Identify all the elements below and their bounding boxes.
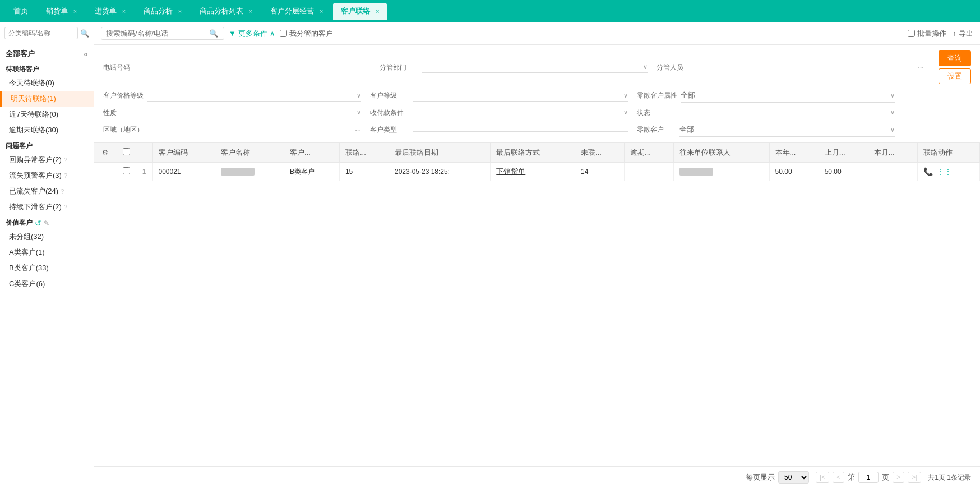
pending-group-label: 待联络客户 xyxy=(0,61,94,75)
my-customers-checkbox[interactable]: 我分管的客户 xyxy=(280,29,333,39)
query-button[interactable]: 查询 xyxy=(939,50,971,66)
customer-level-chevron-icon: ∨ xyxy=(623,92,628,99)
retail-attr-chevron-icon: ∨ xyxy=(890,92,895,99)
customer-value-chevron-icon: ∨ xyxy=(357,92,361,99)
retail-attr-select[interactable]: 全部 ∨ xyxy=(681,89,895,103)
close-product-list-icon[interactable]: × xyxy=(249,8,252,15)
status-label: 状态 xyxy=(637,108,676,118)
retail-customer-select[interactable]: 全部 ∨ xyxy=(679,123,895,137)
close-product-analysis-icon[interactable]: × xyxy=(178,8,182,15)
row-last-way[interactable]: 下销货单 xyxy=(491,163,575,181)
customer-value-select[interactable]: ∨ xyxy=(147,90,361,102)
filter-panel: 电话号码 分管部门 ∨ 分管人员 ··· xyxy=(94,45,980,143)
current-page-input[interactable] xyxy=(858,472,879,483)
close-customer-contact-icon[interactable]: × xyxy=(376,8,379,15)
nav-sales[interactable]: 销货单 × xyxy=(38,3,85,20)
search-icon[interactable]: 🔍 xyxy=(209,29,218,38)
search-box: 🔍 xyxy=(101,27,224,40)
retail-customer-label: 零散客户 xyxy=(637,125,676,135)
sidebar-item-7day-pending[interactable]: 近7天待联络(0) xyxy=(0,107,94,122)
prev-page-button[interactable]: < xyxy=(833,472,844,483)
filter-icon: ▼ xyxy=(229,29,236,38)
customer-type-label: 客户类型 xyxy=(370,125,409,135)
col-action: 联络动作 xyxy=(917,143,979,163)
person-dots-icon[interactable]: ··· xyxy=(918,63,924,71)
sidebar-item-declining[interactable]: 持续下滑客户(2) ? xyxy=(0,199,94,215)
select-all-check[interactable] xyxy=(123,148,130,155)
filter-person: 分管人员 ··· xyxy=(657,61,924,73)
nav-product-list[interactable]: 商品分析列表 × xyxy=(192,3,260,20)
nav-product-analysis[interactable]: 商品分析 × xyxy=(136,3,189,20)
row-checkbox[interactable] xyxy=(123,167,130,174)
first-page-button[interactable]: |< xyxy=(816,472,829,483)
col-check xyxy=(117,143,136,163)
search-input[interactable] xyxy=(106,29,207,38)
status-select[interactable]: ∨ xyxy=(679,107,895,118)
nav-home[interactable]: 首页 xyxy=(6,3,36,20)
customer-value-label: 客户价格等级 xyxy=(103,91,144,100)
filter-customer-level: 客户等级 ∨ xyxy=(370,90,628,102)
col-last-month: 上月... xyxy=(819,143,868,163)
last-page-button[interactable]: >| xyxy=(908,472,921,483)
export-button[interactable]: ↑ 导出 xyxy=(953,29,974,39)
batch-op-button[interactable]: 批量操作 xyxy=(908,29,946,39)
region-dots-icon[interactable]: ··· xyxy=(355,126,361,134)
sidebar-item-today-pending[interactable]: 今天待联络(0) xyxy=(0,75,94,91)
menu-action-icon[interactable]: ⋮⋮ xyxy=(936,167,952,176)
sidebar-item-a-class[interactable]: A类客户(1) xyxy=(0,245,94,260)
phone-label: 电话号码 xyxy=(103,63,142,72)
page-size-select[interactable]: 50 100 200 xyxy=(778,471,809,484)
more-filter-button[interactable]: ▼ 更多条件 ∧ xyxy=(229,29,275,39)
close-customer-tier-icon[interactable]: × xyxy=(320,8,323,15)
close-sales-icon[interactable]: × xyxy=(73,8,77,15)
dept-select[interactable]: ∨ xyxy=(422,62,647,73)
nav-customer-contact[interactable]: 客户联络 × xyxy=(333,3,387,20)
row-actions: 📞 ⋮⋮ xyxy=(917,163,979,181)
next-page-button[interactable]: > xyxy=(893,472,904,483)
sidebar-search-input[interactable] xyxy=(4,27,78,39)
page-unit-label: 页 xyxy=(882,472,889,482)
payment-select[interactable]: ∨ xyxy=(413,107,628,118)
phone-action-icon[interactable]: 📞 xyxy=(923,167,933,176)
sidebar-item-churn-warning[interactable]: 流失预警客户(3) ? xyxy=(0,168,94,183)
phone-input[interactable] xyxy=(146,62,371,73)
footer: 每页显示 50 100 200 |< < 第 页 > >| 共1页 1条记录 xyxy=(94,466,980,488)
my-customers-check[interactable] xyxy=(280,30,287,37)
batch-check[interactable] xyxy=(908,30,915,37)
collapse-icon[interactable]: « xyxy=(84,49,88,58)
nav-customer-tier[interactable]: 客户分层经营 × xyxy=(262,3,331,20)
pagination: |< < 第 页 > >| xyxy=(816,472,921,483)
sidebar-item-c-class[interactable]: C类客户(6) xyxy=(0,276,94,292)
sidebar-item-abnormal[interactable]: 回购异常客户(2) ? xyxy=(0,152,94,168)
region-select[interactable]: ··· xyxy=(147,124,361,136)
last-way-link[interactable]: 下销货单 xyxy=(496,167,525,176)
filter-customer-type: 客户类型 xyxy=(370,125,628,135)
filter-payment: 收付款条件 ∨ xyxy=(370,107,628,118)
customer-type-select[interactable] xyxy=(413,128,628,132)
sidebar-item-tomorrow-pending[interactable]: 明天待联络(1) xyxy=(0,91,94,107)
filter-row-1: 电话号码 分管部门 ∨ 分管人员 ··· xyxy=(103,50,971,84)
gender-select[interactable]: ∨ xyxy=(146,107,361,118)
col-gear[interactable]: ⚙ xyxy=(94,143,117,163)
person-select[interactable]: ··· xyxy=(699,61,924,73)
settings-button[interactable]: 设置 xyxy=(939,68,971,84)
sidebar-item-overdue-pending[interactable]: 逾期未联络(30) xyxy=(0,122,94,138)
sidebar-item-churned[interactable]: 已流失客户(24) ? xyxy=(0,183,94,199)
page-label: 第 xyxy=(848,472,855,482)
customer-level-select[interactable]: ∨ xyxy=(413,90,628,102)
payment-chevron-icon: ∨ xyxy=(623,109,628,116)
nav-purchase[interactable]: 进货单 × xyxy=(87,3,133,20)
close-purchase-icon[interactable]: × xyxy=(122,8,126,15)
dept-chevron-icon: ∨ xyxy=(643,63,648,71)
sidebar-item-ungrouped[interactable]: 未分组(32) xyxy=(0,229,94,245)
edit-icon[interactable]: ✎ xyxy=(44,219,49,227)
region-label: 区域（地区） xyxy=(103,125,144,135)
sidebar-item-b-class[interactable]: B类客户(33) xyxy=(0,260,94,276)
filter-row-4: 区域（地区） ··· 客户类型 零散客户 全部 ∨ xyxy=(103,123,971,137)
sidebar-search-icon[interactable]: 🔍 xyxy=(80,29,89,38)
filter-phone: 电话号码 xyxy=(103,62,371,73)
gender-label: 性质 xyxy=(103,108,142,118)
problem-group-label: 问题客户 xyxy=(0,138,94,152)
help-icon-churn-warning: ? xyxy=(64,172,67,179)
refresh-icon[interactable]: ↺ xyxy=(35,219,41,228)
